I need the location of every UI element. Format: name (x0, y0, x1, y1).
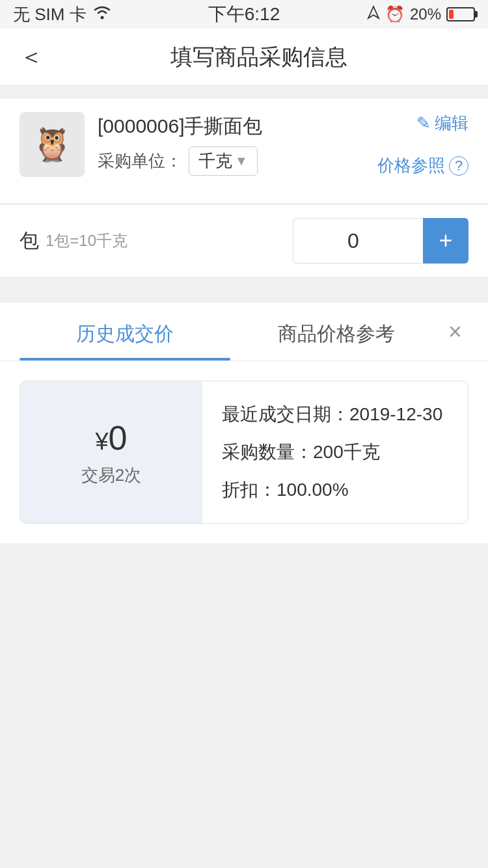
edit-label: 编辑 (435, 112, 468, 135)
tab-price-reference[interactable]: 商品价格参考 (230, 303, 441, 360)
purchase-qty-row: 采购数量：200千克 (222, 439, 448, 466)
purchase-qty-label: 采购数量： (222, 442, 313, 462)
product-right-col: ✎ 编辑 价格参照 ? (377, 112, 468, 177)
status-bar: 无 SIM 卡 下午6:12 ⏰ 20% (0, 0, 488, 29)
alarm-icon: ⏰ (385, 5, 405, 23)
status-left: 无 SIM 卡 (13, 3, 111, 26)
page-title: 填写商品采购信息 (49, 42, 468, 72)
svg-point-0 (100, 16, 103, 19)
quantity-row: 包 1包=10千克 + (0, 204, 488, 277)
close-button[interactable]: × (442, 312, 468, 352)
separator (0, 277, 488, 290)
dropdown-arrow-icon: ▼ (235, 154, 248, 169)
unit-badge: 包 (20, 228, 39, 254)
main-content-area (0, 543, 488, 868)
product-info: [0000006]手撕面包 采购单位： 千克 ▼ (98, 113, 262, 176)
price-amount: 0 (109, 419, 128, 457)
help-icon: ? (449, 156, 468, 176)
status-right: ⏰ 20% (367, 5, 475, 23)
edit-icon: ✎ (416, 113, 431, 133)
product-thumbnail: 🦉 (20, 112, 85, 177)
price-card-container: ¥0 交易2次 最近成交日期：2019-12-30 采购数量：200千克 折扣：… (0, 361, 488, 543)
quantity-label: 包 1包=10千克 (20, 228, 128, 254)
product-left: 🦉 [0000006]手撕面包 采购单位： 千克 ▼ (20, 112, 262, 177)
location-icon (367, 5, 380, 23)
status-time: 下午6:12 (208, 2, 280, 27)
product-image: 🦉 (32, 126, 72, 163)
tab-history-price[interactable]: 历史成交价 (20, 303, 230, 360)
quantity-input-row: + (293, 218, 468, 264)
price-ref-panel: 历史成交价 商品价格参考 × ¥0 交易2次 最近成交日期：2019-12-30… (0, 303, 488, 543)
discount-row: 折扣：100.00% (222, 476, 448, 504)
unit-dropdown[interactable]: 千克 ▼ (189, 146, 258, 176)
unit-conversion: 1包=10千克 (46, 230, 128, 251)
tab-underline (20, 358, 230, 360)
carrier-text: 无 SIM 卡 (13, 3, 87, 26)
price-ref-label: 价格参照 (377, 154, 445, 177)
nav-bar: ＜ 填写商品采购信息 (0, 29, 488, 86)
price-card-right: 最近成交日期：2019-12-30 采购数量：200千克 折扣：100.00% (202, 381, 468, 523)
price-card-left: ¥0 交易2次 (20, 381, 202, 523)
back-button[interactable]: ＜ (13, 34, 49, 79)
price-ref-tabs: 历史成交价 商品价格参考 × (0, 303, 488, 361)
discount-label: 折扣： (222, 480, 277, 500)
wifi-icon (93, 5, 111, 25)
recent-date-label: 最近成交日期： (222, 404, 349, 424)
product-name: [0000006]手撕面包 (98, 113, 262, 140)
price-card: ¥0 交易2次 最近成交日期：2019-12-30 采购数量：200千克 折扣：… (20, 381, 468, 524)
price-display: ¥0 (96, 418, 128, 457)
increment-button[interactable]: + (423, 218, 468, 264)
recent-date-row: 最近成交日期：2019-12-30 (222, 401, 448, 428)
product-unit-row: 采购单位： 千克 ▼ (98, 146, 262, 176)
edit-button[interactable]: ✎ 编辑 (416, 112, 468, 135)
unit-value: 千克 (198, 150, 232, 172)
currency-symbol: ¥ (96, 428, 109, 455)
purchase-qty-value: 200千克 (313, 442, 380, 462)
product-card: 🦉 [0000006]手撕面包 采购单位： 千克 ▼ ✎ 编辑 价格参照 (0, 99, 488, 203)
quantity-input[interactable] (293, 218, 423, 264)
discount-value: 100.00% (277, 480, 349, 500)
product-header: 🦉 [0000006]手撕面包 采购单位： 千克 ▼ ✎ 编辑 价格参照 (20, 112, 468, 177)
unit-label: 采购单位： (98, 150, 182, 172)
battery-percent: 20% (410, 5, 441, 23)
trade-count: 交易2次 (81, 464, 141, 487)
battery-icon (446, 7, 475, 21)
recent-date-value: 2019-12-30 (349, 404, 442, 424)
price-ref-button[interactable]: 价格参照 ? (377, 154, 468, 177)
